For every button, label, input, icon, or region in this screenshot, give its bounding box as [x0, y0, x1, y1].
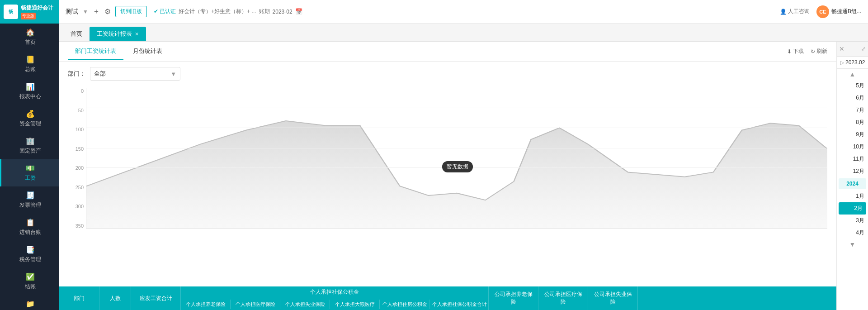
- date-down-button[interactable]: ▼: [837, 239, 868, 250]
- dropdown-arrow-icon[interactable]: ▼: [83, 9, 88, 15]
- date-value: 2023.02: [845, 59, 865, 66]
- sidebar-item-label: 报表中心: [19, 93, 41, 100]
- period-label: 账期: [259, 8, 270, 15]
- sidebar-item-invoice[interactable]: 🧾 发票管理: [0, 186, 59, 214]
- subtab-dept[interactable]: 部门工资统计表: [68, 43, 123, 60]
- sidebar-item-archive[interactable]: 📁 归档管理: [0, 295, 59, 310]
- subtab-bar: 部门工资统计表 月份统计表 ⬇ 下载 ↻ 刷新: [59, 42, 836, 62]
- app-logo: 畅 畅捷通好会计 专业版: [0, 0, 59, 24]
- col-medical-company: 公司承担医疗保险: [538, 286, 588, 310]
- chart-area: 350 300 250 200 150 100 50 0: [59, 86, 836, 286]
- col-count: 人数: [99, 286, 131, 310]
- user-menu[interactable]: CE 畅捷通B组...: [816, 5, 861, 18]
- area-chart-svg: [86, 88, 827, 228]
- date-item-12[interactable]: 12月: [837, 165, 868, 177]
- sidebar-item-assets[interactable]: 🏢 固定资产: [0, 132, 59, 159]
- assets-icon: 🏢: [26, 137, 35, 145]
- sidebar-item-label: 发票管理: [19, 201, 41, 209]
- filter-label: 部门：: [68, 70, 85, 78]
- page-content: 部门工资统计表 月份统计表 ⬇ 下载 ↻ 刷新: [59, 42, 836, 310]
- sidebar-item-label: 固定资产: [19, 147, 41, 155]
- sidebar: 畅 畅捷通好会计 专业版 🏠 首页 📒 总账 📊 报表中心 💰 资金管理 🏢 固…: [0, 0, 59, 310]
- sidebar-item-label: 进销台账: [19, 229, 41, 236]
- logo-icon: 畅: [4, 5, 18, 19]
- sidebar-item-sales[interactable]: 📋 进销台账: [0, 214, 59, 241]
- year-2024[interactable]: 2024: [839, 178, 866, 189]
- date-item-3[interactable]: 3月: [837, 215, 868, 227]
- switch-version-button[interactable]: 切到旧版: [115, 6, 147, 17]
- add-icon[interactable]: ＋: [93, 7, 100, 16]
- date-up-button[interactable]: ▲: [837, 69, 868, 80]
- salary-icon: 💵: [26, 164, 35, 172]
- sidebar-item-home[interactable]: 🏠 首页: [0, 24, 59, 51]
- group-sub-headers: 个人承担养老保险 个人承担医疗保险 个人承担失业保险 个人承担大额医疗 个人承担…: [181, 298, 488, 310]
- period-value: 2023-02: [273, 9, 292, 15]
- checkout-icon: ✅: [26, 272, 35, 281]
- sidebar-item-ledger[interactable]: 📒 总账: [0, 51, 59, 78]
- date-display: ▷ 2023.02: [837, 57, 868, 69]
- company-name: 测试: [66, 8, 78, 16]
- help-icon: 👤: [780, 9, 787, 15]
- sidebar-item-tax[interactable]: 📑 税务管理: [0, 241, 59, 268]
- panel-header: ✕ ⤢: [837, 42, 868, 57]
- date-item-10[interactable]: 10月: [837, 141, 868, 153]
- table-header-row: 部门 人数 应发工资合计 个人承担社保公积金 个人承担养老保险 个人承担医疗保险…: [59, 286, 836, 310]
- date-item-4[interactable]: 4月: [837, 227, 868, 239]
- cert-badge: ✔ 已认证: [154, 8, 176, 15]
- refresh-button[interactable]: ↻ 刷新: [811, 48, 827, 55]
- chart-inner: 暂无数据: [86, 88, 827, 229]
- date-icon: ▷: [840, 60, 844, 66]
- sidebar-item-label: 税务管理: [19, 256, 41, 263]
- download-button[interactable]: ⬇ 下载: [787, 48, 804, 55]
- date-item-2[interactable]: 2月: [839, 202, 866, 215]
- panel-expand-icon[interactable]: ⤢: [861, 46, 866, 52]
- col-total-personal: 个人承担社保公积金合计: [429, 300, 488, 309]
- sidebar-item-funds[interactable]: 💰 资金管理: [0, 105, 59, 132]
- date-item-6[interactable]: 6月: [837, 92, 868, 104]
- tab-bar: 首页 工资统计报表 ✕: [59, 24, 868, 42]
- main-area: 测试 ▼ ＋ ⚙ 切到旧版 ✔ 已认证 好会计（专）+好生意（标）+ ... 账…: [59, 0, 868, 310]
- topbar: 测试 ▼ ＋ ⚙ 切到旧版 ✔ 已认证 好会计（专）+好生意（标）+ ... 账…: [59, 0, 868, 24]
- sidebar-item-checkout[interactable]: ✅ 结账: [0, 268, 59, 295]
- date-item-5[interactable]: 5月: [837, 80, 868, 92]
- right-panel: ✕ ⤢ ▷ 2023.02 ▲ 5月 6月 7月 8月 9月 10月 11月 1…: [836, 42, 868, 310]
- date-item-11[interactable]: 11月: [837, 153, 868, 165]
- sidebar-item-label: 总账: [25, 66, 36, 73]
- user-name: 畅捷通B组...: [831, 8, 861, 15]
- group-title: 个人承担社保公积金: [181, 286, 488, 298]
- subtab-monthly[interactable]: 月份统计表: [126, 43, 170, 60]
- sidebar-item-salary[interactable]: 💵 工资: [0, 159, 59, 186]
- date-item-9[interactable]: 9月: [837, 129, 868, 141]
- sidebar-item-reports[interactable]: 📊 报表中心: [0, 78, 59, 105]
- tab-salary-label: 工资统计报表: [97, 30, 132, 38]
- dept-select[interactable]: 全部 ▼: [90, 67, 180, 81]
- date-item-7[interactable]: 7月: [837, 104, 868, 116]
- filter-bar: 部门： 全部 ▼: [59, 62, 836, 86]
- col-unemployment-personal: 个人承担失业保险: [280, 300, 330, 309]
- date-item-8[interactable]: 8月: [837, 116, 868, 129]
- refresh-icon: ↻: [811, 48, 815, 55]
- tab-salary-report[interactable]: 工资统计报表 ✕: [90, 27, 146, 41]
- subtab-right: ⬇ 下载 ↻ 刷新: [787, 48, 827, 55]
- sidebar-nav: 🏠 首页 📒 总账 📊 报表中心 💰 资金管理 🏢 固定资产 💵 工资 🧾 发票…: [0, 24, 59, 310]
- panel-close-icon[interactable]: ✕: [839, 45, 844, 52]
- select-arrow-icon: ▼: [170, 71, 176, 77]
- tab-home[interactable]: 首页: [63, 27, 90, 41]
- settings-icon[interactable]: ⚙: [104, 7, 111, 16]
- date-item-1[interactable]: 1月: [837, 190, 868, 202]
- content-area: 部门工资统计表 月份统计表 ⬇ 下载 ↻ 刷新: [59, 42, 868, 310]
- funds-icon: 💰: [26, 110, 35, 118]
- col-medical-personal: 个人承担医疗保险: [231, 300, 280, 309]
- sidebar-item-label: 工资: [25, 174, 36, 182]
- tab-close-icon[interactable]: ✕: [135, 31, 139, 37]
- col-dept: 部门: [59, 286, 99, 310]
- sidebar-item-label: 结账: [25, 283, 36, 291]
- download-icon: ⬇: [787, 48, 792, 55]
- help-button[interactable]: 👤 人工咨询: [780, 8, 810, 15]
- y-axis: 350 300 250 200 150 100 50 0: [68, 88, 86, 229]
- avatar: CE: [816, 5, 829, 18]
- calendar-icon[interactable]: 📅: [295, 8, 302, 15]
- home-icon: 🏠: [26, 28, 35, 37]
- ledger-icon: 📒: [26, 55, 35, 64]
- reports-icon: 📊: [26, 82, 35, 91]
